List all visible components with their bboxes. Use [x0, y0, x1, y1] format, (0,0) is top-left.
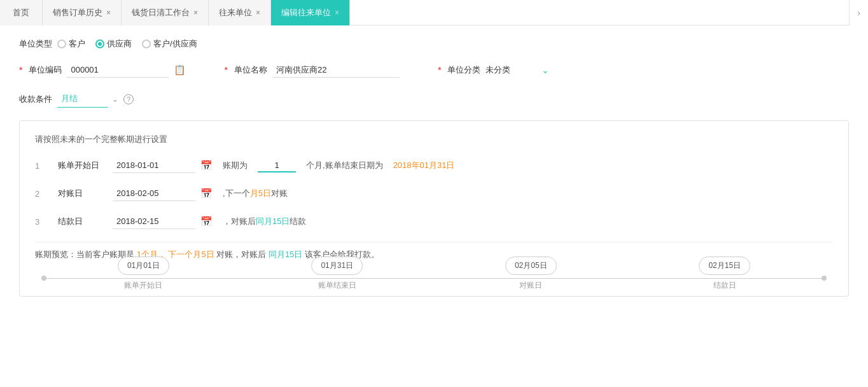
payment-date-value: 📅 — [113, 214, 213, 229]
payment-terms-dropdown[interactable]: 月结 ⌄ — [57, 90, 118, 108]
timeline: 01月01日 账单开始日 01月31日 账单结束日 02月05日 对账日 0 — [41, 276, 827, 281]
tab-home-label: 首页 — [13, 7, 29, 18]
tab-cash-work[interactable]: 钱货日清工作台 × — [122, 0, 209, 25]
period-value-input[interactable] — [258, 159, 296, 172]
start-date-input[interactable] — [113, 158, 195, 173]
category-required-star: * — [438, 65, 441, 75]
unit-type-label: 单位类型 — [19, 38, 52, 50]
close-cash-work-icon[interactable]: × — [193, 8, 198, 17]
preview-text-2: 对账，对账后 — [216, 250, 266, 259]
preview-payment-day: 同月15日 — [269, 250, 302, 259]
row-3-number: 3 — [35, 217, 48, 227]
code-copy-icon[interactable]: 📋 — [174, 64, 186, 76]
timeline-label-3: 对账日 — [519, 280, 542, 291]
tab-home[interactable]: 首页 — [0, 0, 43, 25]
payment-terms-group: 收款条件 月结 ⌄ ? — [19, 90, 134, 108]
reconcile-highlight: 月5日 — [250, 188, 271, 198]
payment-date-input[interactable] — [113, 214, 195, 229]
start-date-value: 📅 — [113, 158, 213, 173]
timeline-node-4: 02月15日 结款日 — [699, 257, 750, 291]
row-2-number: 2 — [35, 189, 48, 199]
radio-both-label: 客户/供应商 — [153, 38, 197, 50]
timeline-left-dot — [41, 276, 46, 281]
unit-code-group: * 单位编码 📋 — [19, 62, 186, 78]
unit-name-input[interactable] — [272, 62, 400, 78]
radio-customer-circle — [57, 39, 66, 48]
unit-name-label: 单位名称 — [234, 64, 267, 76]
reconcile-desc: ,下一个月5日对账 — [223, 188, 288, 199]
unit-type-row: 单位类型 客户 供应商 客户/供应商 — [19, 38, 849, 50]
timeline-badge-3: 02月05日 — [505, 257, 557, 275]
timeline-node-3: 02月05日 对账日 — [505, 257, 557, 291]
payment-terms-label: 收款条件 — [19, 94, 52, 105]
unit-name-group: * 单位名称 — [224, 62, 399, 78]
payment-date-row: 3 结款日 📅 ，对账后同月15日结款 — [35, 214, 833, 229]
period-label: 账期为 — [223, 160, 248, 171]
unit-category-value: 未分类 — [486, 64, 536, 76]
tab-edit-partner-label: 编辑往来单位 — [281, 7, 331, 18]
timeline-badge-2: 01月31日 — [311, 257, 363, 275]
period-end-date: 2018年01月31日 — [393, 160, 455, 171]
unit-code-input[interactable] — [67, 62, 169, 78]
close-partner-icon[interactable]: × — [256, 8, 260, 17]
radio-supplier-circle — [95, 39, 104, 48]
radio-both-circle — [142, 39, 151, 48]
start-date-label: 账单开始日 — [58, 160, 102, 171]
payment-terms-value: 月结 — [57, 90, 108, 108]
payment-date-calendar-icon[interactable]: 📅 — [200, 216, 213, 227]
payment-terms-row: 收款条件 月结 ⌄ ? — [19, 90, 849, 108]
radio-supplier-label: 供应商 — [107, 38, 132, 50]
period-unit-text: 个月,账单结束日期为 — [306, 160, 383, 171]
preview-section: 账期预览：当前客户账期是 1个月， 下一个月5日 对账，对账后 同月15日 该客… — [35, 242, 833, 281]
radio-supplier[interactable]: 供应商 — [95, 38, 132, 50]
timeline-line: 01月01日 账单开始日 01月31日 账单结束日 02月05日 对账日 0 — [46, 278, 822, 279]
reconcile-date-label: 对账日 — [58, 188, 102, 199]
payment-desc: ，对账后同月15日结款 — [223, 216, 306, 227]
timeline-label-4: 结款日 — [713, 280, 736, 291]
row-1-number: 1 — [35, 161, 48, 171]
start-date-calendar-icon[interactable]: 📅 — [200, 160, 213, 171]
unit-code-label: 单位编码 — [29, 64, 62, 76]
timeline-node-2: 01月31日 账单结束日 — [311, 257, 363, 291]
timeline-badge-4: 02月15日 — [699, 257, 750, 275]
tab-cash-work-label: 钱货日清工作台 — [132, 7, 190, 18]
timeline-label-2: 账单结束日 — [318, 280, 356, 291]
radio-customer-label: 客户 — [69, 38, 85, 50]
tab-partner[interactable]: 往来单位 × — [209, 0, 271, 25]
radio-customer[interactable]: 客户 — [57, 38, 85, 50]
timeline-badge-1: 01月01日 — [118, 257, 169, 275]
close-edit-partner-icon[interactable]: × — [335, 8, 339, 17]
tab-sales-history[interactable]: 销售订单历史 × — [43, 0, 122, 25]
radio-group: 客户 供应商 客户/供应商 — [57, 38, 197, 50]
reconcile-date-calendar-icon[interactable]: 📅 — [200, 188, 213, 199]
reconcile-date-row: 2 对账日 📅 ,下一个月5日对账 — [35, 186, 833, 201]
timeline-label-1: 账单开始日 — [124, 280, 162, 291]
tab-bar: 首页 销售订单历史 × 钱货日清工作台 × 往来单位 × 编辑往来单位 × › — [0, 0, 868, 25]
main-content: 单位类型 客户 供应商 客户/供应商 * 单位编码 — [0, 25, 868, 387]
category-dropdown-icon[interactable]: ⌄ — [542, 65, 549, 75]
unit-category-group: * 单位分类 未分类 ⌄ — [438, 64, 549, 76]
start-date-row: 1 账单开始日 📅 账期为 个月,账单结束日期为 2018年01月31日 — [35, 158, 833, 173]
preview-reconcile-day: 下一个月5日 — [168, 250, 214, 259]
payment-terms-help-icon[interactable]: ? — [123, 94, 134, 104]
tab-partner-label: 往来单位 — [219, 7, 252, 18]
card-instruction: 请按照未来的一个完整帐期进行设置 — [35, 134, 833, 145]
tab-sales-history-label: 销售订单历史 — [53, 7, 102, 18]
close-sales-history-icon[interactable]: × — [106, 8, 111, 17]
radio-both[interactable]: 客户/供应商 — [142, 38, 197, 50]
payment-terms-arrow-icon: ⌄ — [112, 95, 118, 104]
reconcile-date-input[interactable] — [113, 186, 195, 201]
basic-info-row: * 单位编码 📋 * 单位名称 * 单位分类 未分类 ⌄ — [19, 62, 849, 78]
code-required-star: * — [19, 65, 22, 75]
payment-date-label: 结款日 — [58, 216, 102, 227]
timeline-right-dot — [822, 276, 827, 281]
unit-type-group: 单位类型 客户 供应商 客户/供应商 — [19, 38, 197, 50]
tab-more-button[interactable]: › — [849, 0, 868, 25]
timeline-node-1: 01月01日 账单开始日 — [118, 257, 169, 291]
tab-edit-partner[interactable]: 编辑往来单位 × — [271, 0, 350, 25]
period-settings-card: 请按照未来的一个完整帐期进行设置 1 账单开始日 📅 账期为 个月,账单结束日期… — [19, 120, 849, 297]
reconcile-date-value: 📅 — [113, 186, 213, 201]
name-required-star: * — [224, 65, 227, 75]
payment-highlight: 同月15日 — [256, 216, 290, 226]
timeline-nodes: 01月01日 账单开始日 01月31日 账单结束日 02月05日 对账日 0 — [46, 265, 822, 291]
